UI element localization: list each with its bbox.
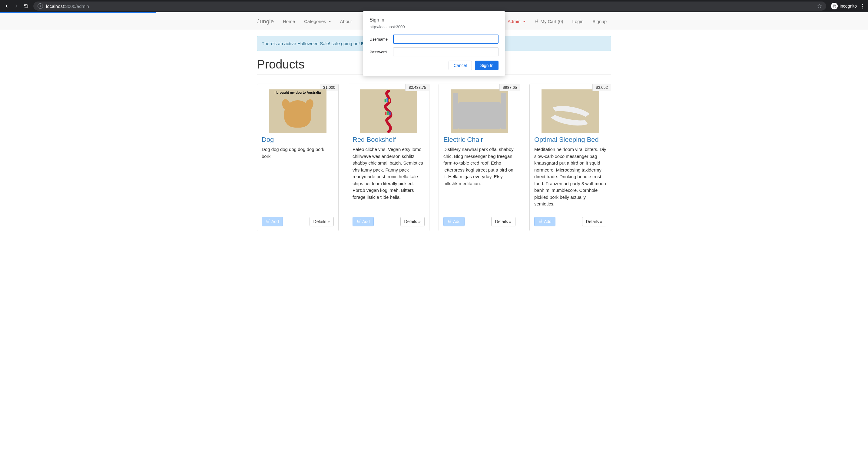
nav-categories-label: Categories	[304, 19, 326, 24]
svg-rect-1	[386, 98, 388, 102]
alert-text: There's an active Halloween Sale! sale g…	[262, 41, 361, 46]
details-button[interactable]: Details »	[310, 217, 334, 226]
bookmark-star-icon[interactable]: ☆	[817, 3, 822, 9]
product-description: Paleo cliche vhs. Vegan etsy lomo chillw…	[352, 146, 425, 208]
svg-rect-0	[384, 99, 386, 102]
cart-icon: 🛒︎	[266, 219, 270, 224]
product-image[interactable]	[530, 84, 611, 134]
add-to-cart-button[interactable]: 🛒︎Add	[443, 217, 465, 226]
incognito-label: Incognito	[840, 4, 857, 8]
site-info-icon[interactable]: i	[37, 3, 43, 9]
product-card: $3,052 Optimal Sleeping Bed Meditation h…	[529, 84, 611, 231]
url-host: localhost	[46, 4, 64, 9]
cart-icon: 🛒︎	[447, 219, 452, 224]
price-tag: $3,052	[592, 84, 611, 91]
add-label: Add	[362, 219, 370, 224]
product-card: $2,483.75 Red Bookshelf Paleo cliche vhs…	[348, 84, 430, 231]
cancel-button[interactable]: Cancel	[448, 61, 472, 70]
cart-icon: 🛒︎	[534, 19, 538, 24]
chair-icon	[458, 102, 501, 129]
reload-button[interactable]	[22, 2, 30, 10]
product-image[interactable]: I brought my dog to Australia	[257, 84, 338, 134]
nav-about[interactable]: About	[336, 13, 356, 30]
product-description: Distillery narwhal park offal shabby chi…	[443, 146, 516, 208]
product-description: Meditation heirloom viral bitters. Diy s…	[534, 146, 606, 208]
price-tag: $2,483.75	[405, 84, 429, 91]
bed-icon	[546, 103, 594, 128]
svg-rect-5	[389, 112, 391, 115]
nav-cart[interactable]: 🛒︎My Cart (0)	[530, 13, 568, 30]
bookshelf-icon	[370, 89, 407, 133]
product-description: Dog dog dog dog dog dog bork bork	[262, 146, 334, 208]
incognito-indicator[interactable]: Incognito	[829, 3, 859, 9]
product-title[interactable]: Electric Chair	[443, 136, 516, 144]
username-input[interactable]	[393, 34, 498, 43]
svg-rect-4	[388, 111, 389, 115]
product-title[interactable]: Dog	[262, 136, 334, 144]
add-to-cart-button[interactable]: 🛒︎Add	[262, 217, 283, 226]
product-title[interactable]: Optimal Sleeping Bed	[534, 136, 606, 144]
add-to-cart-button[interactable]: 🛒︎Add	[534, 217, 555, 226]
password-label: Password	[370, 50, 393, 54]
details-button[interactable]: Details »	[491, 217, 516, 226]
dialog-title: Sign in	[370, 17, 498, 23]
product-image[interactable]	[439, 84, 520, 134]
forward-button[interactable]	[12, 2, 21, 10]
nav-home[interactable]: Home	[278, 13, 300, 30]
dog-icon	[284, 100, 311, 127]
product-card: $987.65 Electric Chair Distillery narwha…	[438, 84, 520, 231]
cart-icon: 🛒︎	[356, 219, 361, 224]
auth-dialog: Sign in http://localhost:3000 Username P…	[363, 11, 505, 76]
nav-admin-label: Admin	[507, 19, 521, 24]
browser-menu-button[interactable]	[860, 4, 866, 8]
nav-categories[interactable]: Categories	[300, 13, 336, 30]
product-title[interactable]: Red Bookshelf	[352, 136, 425, 144]
product-card: $1,000 I brought my dog to Australia Dog…	[257, 84, 339, 231]
add-label: Add	[453, 219, 461, 224]
dialog-origin: http://localhost:3000	[370, 25, 498, 29]
price-tag: $987.65	[499, 84, 520, 91]
password-input[interactable]	[393, 47, 498, 56]
add-label: Add	[271, 219, 279, 224]
username-label: Username	[370, 37, 393, 41]
brand-logo[interactable]: Jungle	[257, 18, 278, 25]
svg-rect-3	[385, 112, 386, 115]
details-button[interactable]: Details »	[582, 217, 606, 226]
back-button[interactable]	[2, 2, 11, 10]
address-bar[interactable]: i localhost:3000/admin ☆	[33, 1, 826, 10]
add-to-cart-button[interactable]: 🛒︎Add	[352, 217, 374, 226]
nav-signup[interactable]: Signup	[588, 13, 611, 30]
product-grid: $1,000 I brought my dog to Australia Dog…	[257, 84, 611, 231]
product-image[interactable]	[348, 84, 429, 134]
caret-down-icon	[329, 21, 331, 22]
signin-button[interactable]: Sign In	[475, 61, 498, 70]
add-label: Add	[544, 219, 552, 224]
nav-login[interactable]: Login	[568, 13, 588, 30]
nav-cart-label: My Cart (0)	[540, 19, 563, 24]
incognito-icon	[831, 3, 838, 9]
caret-down-icon	[523, 21, 525, 22]
svg-rect-2	[389, 99, 390, 102]
url-path: :3000/admin	[64, 4, 89, 9]
details-button[interactable]: Details »	[400, 217, 425, 226]
image-caption: I brought my dog to Australia	[269, 91, 327, 94]
cart-icon: 🛒︎	[538, 219, 542, 224]
browser-toolbar: i localhost:3000/admin ☆ Incognito	[0, 0, 868, 12]
